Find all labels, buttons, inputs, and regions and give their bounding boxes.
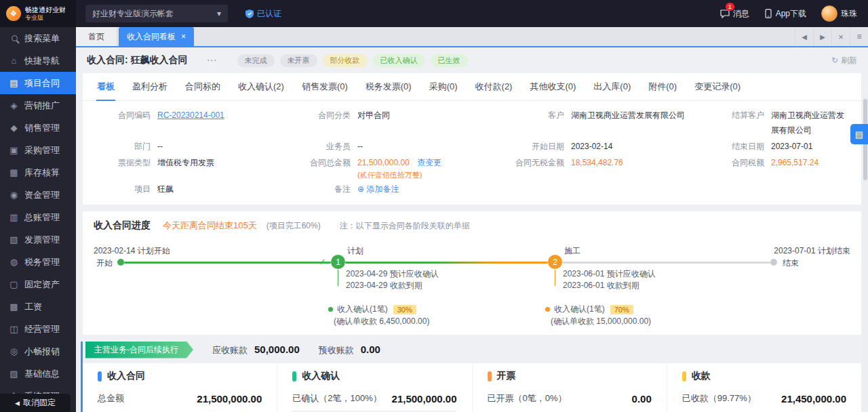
sidebar-item-label: 项目合同 — [24, 77, 60, 89]
messages-count-badge: 1 — [726, 3, 734, 11]
sidebar-item-label: 营销推广 — [24, 100, 60, 112]
status-badge-revenue-confirmed: 已收入确认 — [373, 54, 425, 67]
messages-button[interactable]: 1 消息 — [720, 8, 749, 20]
page-header: 收入合同: 狂飙收入合同 ⋯ 未完成 未开票 部分收款 已收入确认 已生效 ↻ … — [83, 47, 861, 73]
tab-other-income[interactable]: 其他收支(0) — [521, 73, 585, 100]
app-logo: ❖ 畅捷通好业财 专业版 — [0, 0, 76, 27]
tabs-close-all-button[interactable]: × — [831, 27, 850, 46]
field-label: 结算客户 — [706, 108, 764, 123]
total-amount-caps: (贰仟壹佰伍拾万整) — [357, 170, 441, 180]
panel-row: 已收款（99.77%） 21,450,000.00 — [682, 392, 846, 405]
app-download-button[interactable]: App下载 — [764, 8, 806, 20]
logo-subtitle: 专业版 — [25, 14, 66, 21]
tab-profit-analysis[interactable]: 盈利分析 — [123, 73, 176, 100]
field-label: 部门 — [92, 139, 151, 154]
certified-badge[interactable]: 已认证 — [245, 8, 281, 20]
tab-tax-invoice[interactable]: 税务发票(0) — [357, 73, 420, 100]
tab-stock-moves[interactable]: 出入库(0) — [585, 73, 639, 100]
user-menu[interactable]: 珠珠 — [821, 5, 857, 22]
stage-2-confirm-label[interactable]: 收入确认(1笔) — [554, 304, 605, 315]
sidebar-item-search-menu[interactable]: 搜索菜单 — [0, 27, 76, 49]
contract-timeline: 2023-02-14 计划开始 开始 ✓ 1 计划 2023-04-29 预计应… — [94, 237, 850, 329]
topbar-right: 1 消息 App下载 珠珠 — [720, 5, 868, 22]
sidebar-item-project-contract[interactable]: ▤ 项目合同 — [0, 72, 76, 94]
contract-code-link[interactable]: RC-20230214-001 — [157, 108, 224, 123]
tab-sales-invoice[interactable]: 销售发票(0) — [293, 73, 357, 100]
stage-2-expect-date: 2023-06-01 预计应收确认 — [563, 268, 656, 280]
sidebar-item-marketing[interactable]: ◈ 营销推广 — [0, 94, 76, 117]
funds-icon: ◉ — [9, 190, 19, 200]
field-label: 合同分类 — [292, 108, 351, 123]
progress-title: 收入合同进度 — [94, 220, 151, 232]
sidebar-item-payroll[interactable]: ▩ 工资 — [0, 295, 76, 318]
refresh-button[interactable]: ↻ 刷新 — [831, 55, 857, 66]
tab-home[interactable]: 首页 — [76, 27, 117, 46]
contract-info-grid: 合同编码 RC-20230214-001 合同分类 对甲合同 客户 湖南卫视商业… — [83, 101, 861, 205]
node-connector — [338, 270, 338, 286]
more-actions-icon[interactable]: ⋯ — [207, 54, 218, 66]
row-value: 0.00 — [632, 393, 652, 405]
tab-payments[interactable]: 收付款(2) — [467, 73, 521, 100]
stage-1-due-date: 2023-04-29 收款到期 — [346, 280, 439, 291]
green-dot-icon — [328, 307, 333, 312]
side-panel-handle[interactable]: ▤ — [850, 124, 868, 144]
prereceive-summary: 预收账款 0.00 — [319, 344, 380, 356]
field-remark: 备注 ⊕ 添加备注 — [292, 182, 506, 197]
field-total-amount: 合同总金额 21,500,000.00 查变更 (贰仟壹佰伍拾万整) — [292, 155, 506, 180]
tabs-scroll-right-button[interactable]: ▶ — [813, 27, 831, 46]
tab-revenue-contract-board[interactable]: 收入合同看板 × — [119, 27, 194, 46]
stage-complete-check-icon: ✓ — [319, 257, 326, 267]
timeline-node-1[interactable]: 1 — [331, 255, 345, 269]
user-name: 珠珠 — [841, 8, 857, 20]
field-value: 湖南卫视商业运营发展有限公司 — [771, 108, 852, 138]
tab-change-log[interactable]: 变更记录(0) — [686, 73, 749, 100]
sidebar-item-quick-nav[interactable]: ⌂ 快捷导航 — [0, 49, 76, 72]
sidebar-item-funds[interactable]: ◉ 资金管理 — [0, 184, 76, 206]
sidebar-item-purchase[interactable]: ▣ 采购管理 — [0, 139, 76, 161]
field-notax-amount: 合同无税金额 18,534,482.76 — [506, 155, 706, 180]
sidebar-item-invoice[interactable]: ▧ 发票管理 — [0, 228, 76, 251]
field-label: 项目 — [92, 182, 151, 197]
chevron-down-icon: ▾ — [217, 9, 221, 18]
tab-revenue-confirm[interactable]: 收入确认(2) — [229, 73, 293, 100]
refresh-icon: ↻ — [831, 56, 838, 65]
timeline-start-label: 开始 — [96, 258, 113, 269]
sidebar-item-label: 基础信息 — [24, 368, 60, 380]
contract-detail-card: 看板 盈利分析 合同标的 收入确认(2) 销售发票(0) 税务发票(0) 采购(… — [83, 73, 861, 205]
sidebar-item-label: 小畅报销 — [24, 346, 60, 358]
tab-attachments[interactable]: 附件(0) — [639, 73, 686, 100]
sidebar-item-fixed-assets[interactable]: ▢ 固定资产 — [0, 273, 76, 295]
sidebar-item-operations[interactable]: ◫ 经营管理 — [0, 318, 76, 340]
sidebar-item-label: 税务管理 — [24, 256, 60, 268]
view-change-link[interactable]: 查变更 — [417, 158, 441, 167]
tab-close-icon[interactable]: × — [181, 32, 186, 41]
field-label: 合同编码 — [92, 108, 151, 123]
stage-1-confirm-amount: (确认单收款 6,450,000.00) — [334, 316, 429, 327]
sidebar-item-inventory[interactable]: ▦ 库存核算 — [0, 161, 76, 184]
refresh-label: 刷新 — [841, 55, 857, 66]
sidebar-item-tax[interactable]: ◍ 税务管理 — [0, 251, 76, 273]
sidebar-item-general-ledger[interactable]: ▥ 总账管理 — [0, 206, 76, 228]
timeline-segment-current — [345, 262, 548, 264]
stage-1-confirm-label[interactable]: 收入确认(1笔) — [337, 304, 388, 315]
progress-completion: (项目完工60%) — [267, 220, 321, 232]
tabs-scroll-left-button[interactable]: ◀ — [795, 27, 813, 46]
field-value: 2023-02-14 — [571, 139, 612, 154]
timeline-start-date: 2023-02-14 计划开始 — [94, 245, 170, 257]
receivable-summary: 应收账款 50,000.00 — [212, 344, 300, 356]
account-set-selector[interactable]: 好业财专业版演示帐套 ▾ — [85, 5, 228, 22]
tab-purchase[interactable]: 采购(0) — [420, 73, 467, 100]
tab-contract-subject[interactable]: 合同标的 — [176, 73, 229, 100]
payroll-icon: ▩ — [9, 302, 19, 312]
field-label: 合同税额 — [706, 155, 764, 170]
tabs-menu-button[interactable]: ≡ — [850, 27, 868, 46]
add-remark-link[interactable]: ⊕ 添加备注 — [357, 182, 399, 197]
orange-dot-icon — [545, 307, 550, 312]
status-badge-effective: 已生效 — [431, 54, 468, 67]
sidebar-item-reimburse[interactable]: ◎ 小畅报销 — [0, 340, 76, 363]
unpin-sidebar-button[interactable]: ◀ 取消固定 — [0, 394, 71, 412]
sidebar-item-sales[interactable]: ◆ 销售管理 — [0, 117, 76, 139]
tab-board[interactable]: 看板 — [88, 73, 123, 100]
sidebar-item-basic-info[interactable]: ▨ 基础信息 — [0, 363, 76, 385]
timeline-node-2[interactable]: 2 — [548, 255, 562, 269]
